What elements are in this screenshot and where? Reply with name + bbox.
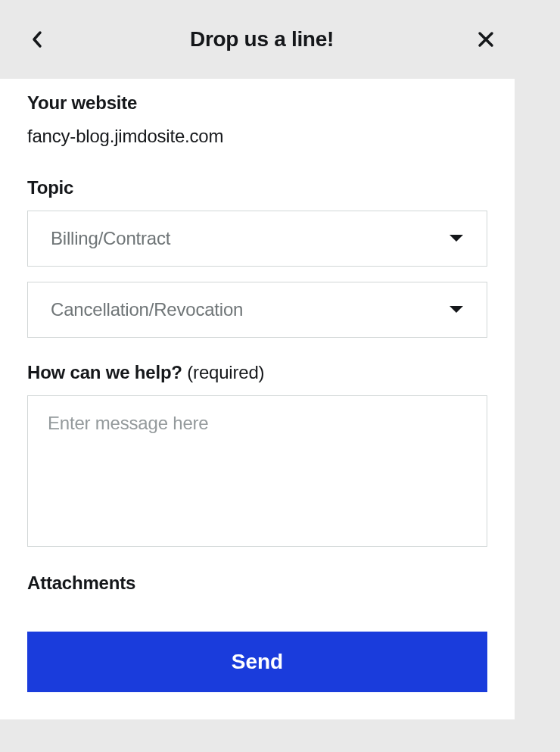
topic-select-primary[interactable]: Billing/Contract [27,211,487,267]
back-button[interactable] [21,23,54,56]
chevron-down-icon [449,234,464,243]
message-textarea[interactable] [27,395,487,547]
form-content: Your website fancy-blog.jimdosite.com To… [0,79,515,609]
form-scroll-area[interactable]: Your website fancy-blog.jimdosite.com To… [0,79,515,609]
close-icon [478,31,494,48]
help-required-suffix: (required) [182,362,265,382]
topic-select-primary-value: Billing/Contract [51,228,170,249]
help-label-text: How can we help? [27,362,182,382]
topic-select-secondary-value: Cancellation/Revocation [51,299,243,320]
website-value: fancy-blog.jimdosite.com [27,126,487,147]
topic-select-secondary[interactable]: Cancellation/Revocation [27,282,487,338]
modal-title: Drop us a line! [190,27,334,51]
send-button[interactable]: Send [27,632,487,692]
help-label: How can we help? (required) [27,362,487,383]
chevron-down-icon [449,305,464,314]
topic-label: Topic [27,177,487,198]
chevron-left-icon [32,30,44,48]
modal-header: Drop us a line! [0,0,524,79]
close-button[interactable] [469,23,502,56]
message-group: How can we help? (required) [27,362,487,550]
website-label: Your website [27,92,487,114]
topic-group: Billing/Contract Cancellation/Revocation [27,211,487,338]
modal-footer: Send [0,609,515,719]
attachments-label: Attachments [27,573,487,594]
modal-viewport[interactable]: Drop us a line! Your website fancy-blog.… [0,0,560,752]
contact-modal: Drop us a line! Your website fancy-blog.… [0,0,524,752]
